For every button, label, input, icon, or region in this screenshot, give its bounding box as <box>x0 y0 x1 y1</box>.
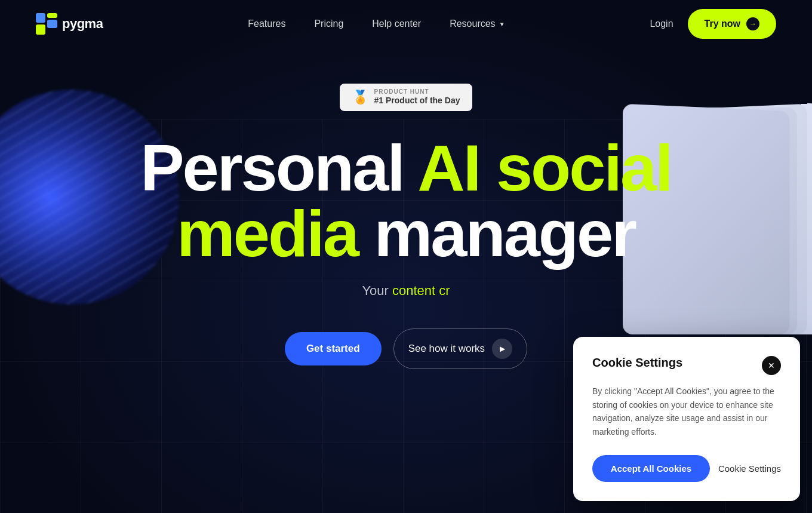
logo-text: pygma <box>62 16 103 32</box>
try-now-arrow-icon: → <box>746 17 759 30</box>
nav-resources[interactable]: Resources ▼ <box>450 19 505 29</box>
ph-badge: 🏅 PRODUCT HUNT #1 Product of the Day <box>340 84 473 111</box>
logo[interactable]: pygma <box>36 13 103 35</box>
nav-pricing[interactable]: Pricing <box>314 19 343 29</box>
logo-icon <box>36 13 57 35</box>
hero-subtitle: Your content cr <box>362 283 450 299</box>
nav-links: Features Pricing Help center Resources ▼ <box>248 19 505 29</box>
accept-all-cookies-button[interactable]: Accept All Cookies <box>592 455 710 482</box>
cookie-body: By clicking "Accept All Cookies", you ag… <box>592 385 781 438</box>
play-icon: ▶ <box>492 339 512 359</box>
svg-rect-2 <box>47 20 57 28</box>
navbar: pygma Features Pricing Help center Resou… <box>0 0 812 48</box>
hero-section: 🏅 PRODUCT HUNT #1 Product of the Day Per… <box>0 48 812 369</box>
hero-title: Personal AI social media manager <box>140 135 672 266</box>
cta-row: Get started See how it works ▶ <box>285 328 527 369</box>
nav-help-center[interactable]: Help center <box>372 19 421 29</box>
svg-rect-3 <box>36 24 45 35</box>
login-button[interactable]: Login <box>650 19 673 29</box>
cookie-settings-button[interactable]: Cookie Settings <box>718 463 781 474</box>
cookie-title: Cookie Settings <box>592 356 682 370</box>
get-started-button[interactable]: Get started <box>285 332 382 365</box>
ph-badge-text: PRODUCT HUNT #1 Product of the Day <box>374 89 460 106</box>
svg-rect-0 <box>36 13 45 23</box>
cookie-modal-header: Cookie Settings ✕ <box>592 356 781 375</box>
try-now-button[interactable]: Try now → <box>688 9 776 39</box>
see-how-button[interactable]: See how it works ▶ <box>393 328 528 369</box>
nav-right: Login Try now → <box>650 9 776 39</box>
cookie-modal: Cookie Settings ✕ By clicking "Accept Al… <box>573 337 800 501</box>
nav-features[interactable]: Features <box>248 19 285 29</box>
cookie-close-button[interactable]: ✕ <box>762 356 781 375</box>
cookie-actions: Accept All Cookies Cookie Settings <box>592 455 781 482</box>
svg-rect-1 <box>47 13 57 18</box>
ph-medal-icon: 🏅 <box>352 90 368 105</box>
resources-dropdown-chevron: ▼ <box>499 21 505 27</box>
